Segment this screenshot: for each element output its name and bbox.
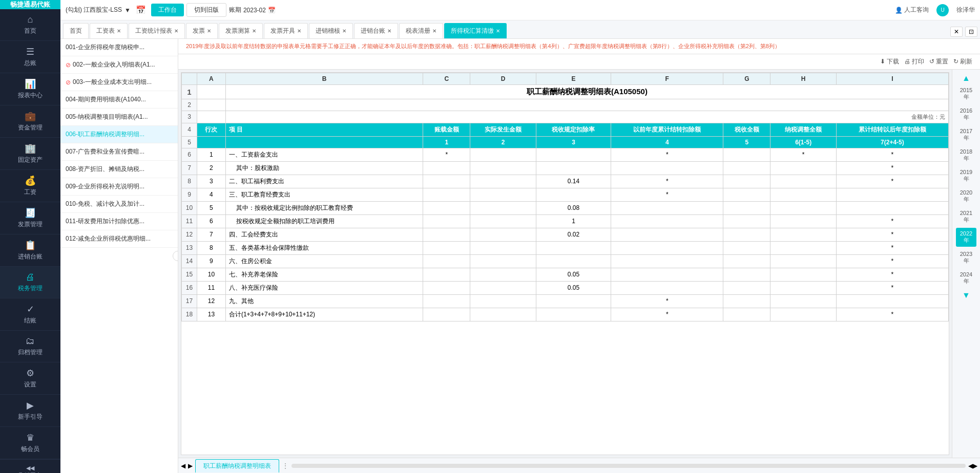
row6-i[interactable]: *: [836, 148, 948, 161]
sidebar-item-tax-mgmt[interactable]: 🖨 税务管理: [0, 267, 60, 298]
left-item-004[interactable]: 004-期间费用明细表(A1040...: [60, 91, 178, 109]
sidebar-item-fixed-assets[interactable]: 🏢 固定资产: [0, 138, 60, 170]
sidebar-cancel-fixed[interactable]: ◀◀ 取消固定: [0, 460, 60, 473]
row17-c[interactable]: [423, 294, 470, 308]
row14-g[interactable]: [723, 254, 770, 268]
year-2016[interactable]: 2016年: [956, 105, 976, 124]
tab-invoice-calc-close[interactable]: ✕: [252, 28, 256, 34]
user-service-link[interactable]: 👤 人工客询: [895, 6, 929, 14]
row9-item[interactable]: 三、职工教育经费支出: [225, 188, 423, 201]
row8-d[interactable]: [470, 175, 536, 188]
row10-seq[interactable]: 5: [197, 201, 226, 214]
row15-item[interactable]: 七、补充养老保险: [225, 268, 423, 281]
row18-seq[interactable]: 13: [197, 308, 226, 321]
row9-h[interactable]: [770, 188, 836, 201]
row9-i[interactable]: [836, 188, 948, 201]
print-btn[interactable]: 🖨 打印: [904, 57, 924, 66]
row9-e[interactable]: [536, 188, 611, 201]
row17-seq[interactable]: 12: [197, 294, 226, 308]
workspace-button[interactable]: 工作台: [151, 4, 184, 16]
row10-item[interactable]: 其中：按税收规定比例扣除的职工教育经费: [225, 201, 423, 214]
row18-d[interactable]: [470, 308, 536, 321]
row13-h[interactable]: [770, 241, 836, 254]
refresh-btn[interactable]: ↻ 刷新: [953, 57, 972, 66]
row10-i[interactable]: [836, 201, 948, 214]
left-item-006[interactable]: 006-职工薪酬纳税调整明细...: [60, 126, 178, 143]
company-dropdown-icon[interactable]: ▼: [124, 7, 131, 14]
row14-i[interactable]: *: [836, 254, 948, 268]
row6-g[interactable]: [723, 148, 770, 161]
row16-d[interactable]: [470, 281, 536, 294]
row7-h[interactable]: [770, 161, 836, 175]
row18-f[interactable]: *: [611, 308, 723, 321]
sidebar-item-archive[interactable]: 🗂 归档管理: [0, 331, 60, 362]
row14-c[interactable]: [423, 254, 470, 268]
row12-seq[interactable]: 7: [197, 228, 226, 241]
row13-g[interactable]: [723, 241, 770, 254]
row10-d[interactable]: [470, 201, 536, 214]
row15-e[interactable]: 0.05: [536, 268, 611, 281]
row15-g[interactable]: [723, 268, 770, 281]
reset-btn[interactable]: ↺ 重置: [929, 57, 948, 66]
tab-invoice-calc[interactable]: 发票测算 ✕: [219, 23, 263, 38]
row12-f[interactable]: [611, 228, 723, 241]
left-item-001[interactable]: 001-企业所得税年度纳税申...: [60, 39, 178, 56]
row18-item[interactable]: 合计(1+3+4+7+8+9+10+11+12): [225, 308, 423, 321]
row9-c[interactable]: [423, 188, 470, 201]
sidebar-item-salary[interactable]: 💰 工资: [0, 170, 60, 202]
tab-tax-list[interactable]: 税表清册 ✕: [399, 23, 443, 38]
row16-i[interactable]: *: [836, 281, 948, 294]
tab-expand-btn[interactable]: ⊡: [965, 27, 977, 37]
row6-h[interactable]: *: [770, 148, 836, 161]
row16-c[interactable]: [423, 281, 470, 294]
row7-c[interactable]: [423, 161, 470, 175]
tab-purchase-ledger[interactable]: 进销台账 ✕: [354, 23, 398, 38]
tab-purchase-check-close[interactable]: ✕: [342, 28, 346, 34]
year-nav-up[interactable]: ▲: [961, 72, 972, 84]
row14-item[interactable]: 六、住房公积金: [225, 254, 423, 268]
year-2020[interactable]: 2020年: [956, 187, 976, 206]
year-nav-down[interactable]: ▼: [961, 289, 972, 302]
bottom-tab-menu[interactable]: ⋮: [282, 462, 289, 470]
sidebar-item-asset-mgmt[interactable]: 💼 资金管理: [0, 105, 60, 138]
row13-e[interactable]: [536, 241, 611, 254]
sidebar-item-member[interactable]: ♛ 畅会员: [0, 427, 60, 459]
tab-invoice[interactable]: 发票 ✕: [186, 23, 218, 38]
row6-f[interactable]: *: [611, 148, 723, 161]
row6-c[interactable]: *: [423, 148, 470, 161]
row17-g[interactable]: [723, 294, 770, 308]
row8-c[interactable]: [423, 175, 470, 188]
row11-d[interactable]: [470, 214, 536, 228]
tab-income-tax[interactable]: 所得税汇算清缴 ✕: [444, 23, 507, 38]
row18-e[interactable]: [536, 308, 611, 321]
row8-i[interactable]: *: [836, 175, 948, 188]
row11-c[interactable]: [423, 214, 470, 228]
tab-income-tax-close[interactable]: ✕: [496, 28, 500, 34]
tab-close-all-btn[interactable]: ✕: [950, 27, 963, 37]
left-item-008[interactable]: 008-资产折旧、摊销及纳税...: [60, 161, 178, 178]
left-item-007[interactable]: 007-广告费和业务宣传费暗...: [60, 143, 178, 161]
row14-seq[interactable]: 9: [197, 254, 226, 268]
row12-d[interactable]: [470, 228, 536, 241]
sidebar-item-new-guide[interactable]: ▶ 新手引导: [0, 395, 60, 427]
row11-f[interactable]: [611, 214, 723, 228]
row6-e[interactable]: [536, 148, 611, 161]
row14-d[interactable]: [470, 254, 536, 268]
year-2021[interactable]: 2021年: [956, 207, 976, 226]
row15-h[interactable]: [770, 268, 836, 281]
row13-f[interactable]: [611, 241, 723, 254]
row7-item[interactable]: 其中：股权激励: [225, 161, 423, 175]
year-2024[interactable]: 2024年: [956, 269, 976, 288]
row11-i[interactable]: *: [836, 214, 948, 228]
left-item-012[interactable]: 012-减免企业所得税优惠明细...: [60, 230, 178, 248]
row7-e[interactable]: [536, 161, 611, 175]
tab-home[interactable]: 首页: [63, 23, 89, 38]
row14-e[interactable]: [536, 254, 611, 268]
sidebar-item-home[interactable]: ⌂ 首页: [0, 9, 60, 41]
row16-seq[interactable]: 11: [197, 281, 226, 294]
left-item-002[interactable]: ⊘ 002-一般企业收入明细表(A1...: [60, 56, 178, 74]
row17-d[interactable]: [470, 294, 536, 308]
row18-i[interactable]: *: [836, 308, 948, 321]
row16-e[interactable]: 0.05: [536, 281, 611, 294]
row9-seq[interactable]: 4: [197, 188, 226, 201]
